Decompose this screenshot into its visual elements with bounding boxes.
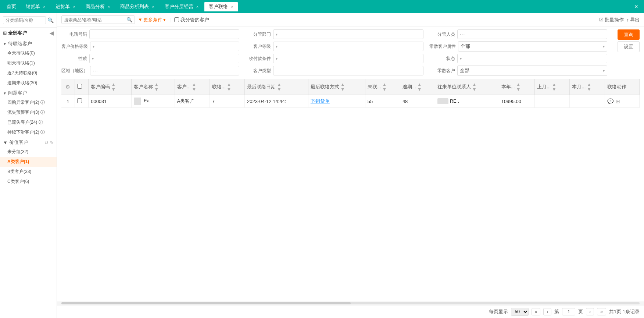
cell-last-method[interactable]: 下销货单: [308, 95, 365, 108]
filter-input-price-level[interactable]: ▾: [90, 42, 239, 51]
sort-arrows-icon[interactable]: ▲▼: [277, 82, 282, 92]
qr-icon[interactable]: ⊞: [616, 98, 620, 104]
filter-input-phone[interactable]: [89, 29, 239, 39]
more-conditions-btn[interactable]: ▼ 更多条件 ▾: [138, 17, 166, 23]
my-customers-checkbox-label[interactable]: 我分管的客户: [174, 17, 209, 23]
sidebar-item-class-a[interactable]: A类客户(1): [0, 157, 57, 167]
tab-product-list[interactable]: 商品分析列表 ×: [116, 2, 158, 11]
sidebar-item-churn-warning[interactable]: 流失预警客户(3) ⓘ: [0, 107, 57, 117]
table-settings-icon[interactable]: ⚙: [65, 84, 70, 90]
close-icon[interactable]: ×: [152, 4, 154, 9]
filter-label-phone: 电话号码: [61, 31, 87, 38]
sort-arrows-icon[interactable]: ▲▼: [472, 82, 477, 92]
filter-input-status[interactable]: ▾: [457, 54, 607, 63]
filter-row-1: 电话号码 分管部门 ▾ 分管人员 ···: [61, 29, 613, 39]
filter-label-customer-level: 客户等级: [245, 43, 271, 50]
collapse-icon[interactable]: ◀: [50, 30, 54, 36]
message-icon[interactable]: 💬: [607, 98, 613, 104]
cell-this-month: [570, 95, 605, 108]
sidebar-item-overdue[interactable]: 逾期未联络(30): [0, 78, 57, 88]
filter-input-payment[interactable]: ▾: [273, 54, 423, 63]
filter-input-region[interactable]: ···: [90, 66, 239, 75]
filter-input-type[interactable]: [273, 66, 423, 75]
sidebar-search-input[interactable]: [3, 16, 46, 24]
sort-arrows-icon[interactable]: ▲▼: [382, 82, 387, 92]
chevron-down-icon: ▾: [460, 57, 462, 61]
sort-arrows-icon[interactable]: ▲▼: [552, 82, 557, 92]
filter-input-retail-attr[interactable]: 全部 ▾: [458, 41, 607, 52]
filter-cell-type: 客户类型: [245, 66, 429, 75]
nav-home[interactable]: 首页: [3, 2, 20, 11]
close-icon[interactable]: ×: [196, 4, 198, 9]
first-page-btn[interactable]: «: [532, 308, 541, 315]
sidebar-item-unclassified[interactable]: 未分组(32): [0, 147, 57, 157]
main-search-input[interactable]: [64, 17, 125, 22]
col-header-name: 客户名称 ▲▼: [132, 79, 175, 95]
sidebar-item-churned[interactable]: 已流失客户(24) ⓘ: [0, 117, 57, 127]
select-all-checkbox[interactable]: [77, 84, 82, 89]
row-checkbox[interactable]: [77, 98, 82, 103]
filter-input-customer-level[interactable]: ▾: [273, 42, 423, 51]
group-problem-customers[interactable]: ▼ 问题客户: [0, 88, 57, 98]
my-customers-checkbox[interactable]: [174, 17, 179, 22]
query-button[interactable]: 查询: [618, 29, 640, 40]
filter-input-retail[interactable]: 全部 ▾: [457, 66, 607, 76]
page-size-select[interactable]: 50: [511, 308, 529, 316]
filter-input-dept[interactable]: ▾: [273, 29, 423, 39]
edit-icon[interactable]: ✎: [50, 140, 54, 145]
batch-op-btn[interactable]: ☑ 批量操作: [599, 17, 624, 23]
sort-arrows-icon[interactable]: ▲▼: [587, 82, 591, 92]
sidebar-search-icon[interactable]: 🔍: [47, 17, 54, 23]
close-all-icon[interactable]: ×: [631, 3, 641, 11]
all-customers-header[interactable]: ⊞ 全部客户 ◀: [0, 28, 57, 39]
filter-label-price-level: 客户价格等级: [61, 43, 88, 50]
chevron-down-icon: ▾: [92, 57, 94, 61]
filter-label-retail: 零散客户: [429, 68, 455, 74]
scrollbar-track[interactable]: [61, 302, 640, 304]
group-value-customers[interactable]: ▼ 价值客户 ↺ ✎: [0, 137, 57, 147]
filter-cell-price-level: 客户价格等级 ▾: [61, 42, 245, 51]
sidebar-item-class-c[interactable]: C类客户(6): [0, 177, 57, 187]
main-search-icon[interactable]: 🔍: [126, 17, 132, 22]
close-icon[interactable]: ×: [43, 4, 45, 9]
sort-arrows-icon[interactable]: ▲▼: [227, 82, 232, 92]
tab-sales[interactable]: 销货单 ×: [21, 2, 50, 11]
cell-action: 💬 ⊞: [605, 95, 639, 108]
prev-page-btn[interactable]: ‹: [543, 308, 551, 315]
group-pending-contact[interactable]: ▼ 待联络客户: [0, 39, 57, 48]
sort-arrows-icon[interactable]: ▲▼: [111, 82, 116, 92]
filter-input-nature[interactable]: ▾: [89, 54, 239, 63]
sidebar-item-7days[interactable]: 近7天待联络(0): [0, 68, 57, 78]
sidebar-item-class-b[interactable]: B类客户(33): [0, 167, 57, 177]
sidebar-item-declining[interactable]: 持续下滑客户(2) ⓘ: [0, 127, 57, 137]
page-number-input[interactable]: [562, 308, 575, 315]
sort-arrows-icon[interactable]: ▲▼: [417, 82, 422, 92]
tab-purchase[interactable]: 进货单 ×: [51, 2, 79, 11]
filter-input-person[interactable]: ···: [457, 29, 607, 39]
export-btn[interactable]: ↑ 导出: [627, 17, 640, 23]
tab-customer-contact[interactable]: 客户联络 ×: [204, 2, 237, 11]
last-page-btn[interactable]: »: [597, 308, 606, 315]
close-icon[interactable]: ×: [73, 4, 75, 9]
sort-arrows-icon[interactable]: ▲▼: [192, 82, 196, 92]
settings-button[interactable]: 设置: [618, 41, 640, 52]
sort-arrows-icon[interactable]: ▲▼: [516, 82, 521, 92]
sort-arrows-icon[interactable]: ▲▼: [154, 82, 159, 92]
close-icon[interactable]: ×: [108, 4, 110, 9]
tab-product-analysis[interactable]: 商品分析 ×: [81, 2, 114, 11]
tab-customer-tier[interactable]: 客户分层经营 ×: [160, 2, 203, 11]
sort-arrows-icon[interactable]: ▲▼: [340, 82, 345, 92]
sidebar-item-tomorrow[interactable]: 明天待联络(1): [0, 58, 57, 68]
scrollbar-thumb[interactable]: [61, 302, 351, 304]
filter-label-nature: 性质: [61, 56, 87, 62]
pagination-bar: 每页显示 50 « ‹ 第 页 › » 共1页 1条记录: [57, 305, 644, 318]
close-icon[interactable]: ×: [231, 4, 233, 9]
sidebar-item-repurchase-abnormal[interactable]: 回购异常客户(2) ⓘ: [0, 98, 57, 107]
grid-icon: ⊞: [3, 31, 7, 36]
sidebar-item-today[interactable]: 今天待联络(0): [0, 48, 57, 58]
cell-name: Ea: [132, 95, 175, 108]
refresh-icon[interactable]: ↺: [44, 140, 49, 145]
filter-label-dept: 分管部门: [245, 31, 271, 38]
filter-cell-retail: 零散客户 全部 ▾: [429, 66, 613, 76]
next-page-btn[interactable]: ›: [586, 308, 594, 315]
